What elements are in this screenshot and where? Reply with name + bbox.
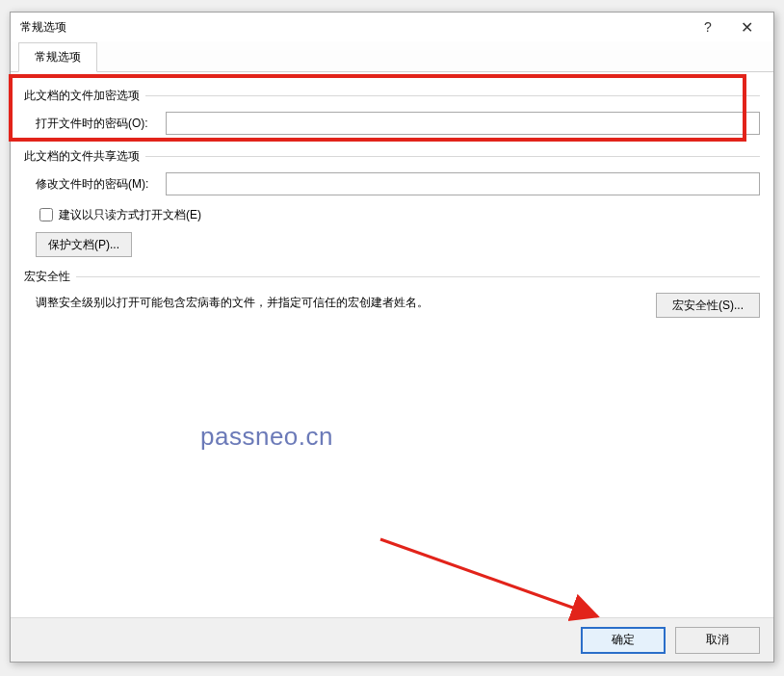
readonly-row: 建议以只读方式打开文档(E) xyxy=(36,205,760,224)
macro-security-button[interactable]: 宏安全性(S)... xyxy=(656,293,760,318)
section-macro-header: 宏安全性 xyxy=(24,269,760,285)
close-icon[interactable]: ✕ xyxy=(727,13,766,40)
section-macro-label: 宏安全性 xyxy=(24,269,70,285)
section-encrypt-label: 此文档的文件加密选项 xyxy=(24,88,140,104)
open-password-row: 打开文件时的密码(O): xyxy=(36,112,760,135)
general-options-dialog: 常规选项 ? ✕ 常规选项 此文档的文件加密选项 打开文件时的密码(O): 此文… xyxy=(10,12,774,663)
cancel-button[interactable]: 取消 xyxy=(675,627,760,654)
watermark-text: passneo.cn xyxy=(200,422,333,452)
open-password-label: 打开文件时的密码(O): xyxy=(36,116,166,132)
section-share-header: 此文档的文件共享选项 xyxy=(24,148,760,165)
titlebar: 常规选项 ? ✕ xyxy=(11,13,773,41)
macro-row: 调整安全级别以打开可能包含宏病毒的文件，并指定可信任的宏创建者姓名。 宏安全性(… xyxy=(36,293,760,318)
ok-button[interactable]: 确定 xyxy=(581,627,666,654)
modify-password-input[interactable] xyxy=(166,172,760,195)
divider xyxy=(145,95,760,96)
section-encrypt-header: 此文档的文件加密选项 xyxy=(24,88,760,104)
open-password-input[interactable] xyxy=(166,112,760,135)
readonly-label: 建议以只读方式打开文档(E) xyxy=(59,207,201,223)
divider xyxy=(145,156,760,157)
tab-row: 常规选项 xyxy=(11,41,773,72)
section-share-label: 此文档的文件共享选项 xyxy=(24,148,140,165)
dialog-body: 此文档的文件加密选项 打开文件时的密码(O): 此文档的文件共享选项 修改文件时… xyxy=(11,72,773,617)
protect-document-button[interactable]: 保护文档(P)... xyxy=(36,232,132,257)
modify-password-label: 修改文件时的密码(M): xyxy=(36,176,166,193)
macro-description: 调整安全级别以打开可能包含宏病毒的文件，并指定可信任的宏创建者姓名。 xyxy=(36,293,656,311)
dialog-title: 常规选项 xyxy=(20,19,689,36)
readonly-checkbox[interactable] xyxy=(39,208,53,221)
tab-general-options[interactable]: 常规选项 xyxy=(18,42,97,72)
help-icon[interactable]: ? xyxy=(689,13,727,40)
modify-password-row: 修改文件时的密码(M): xyxy=(36,172,760,195)
divider xyxy=(76,276,760,277)
dialog-footer: 确定 取消 xyxy=(11,617,773,662)
